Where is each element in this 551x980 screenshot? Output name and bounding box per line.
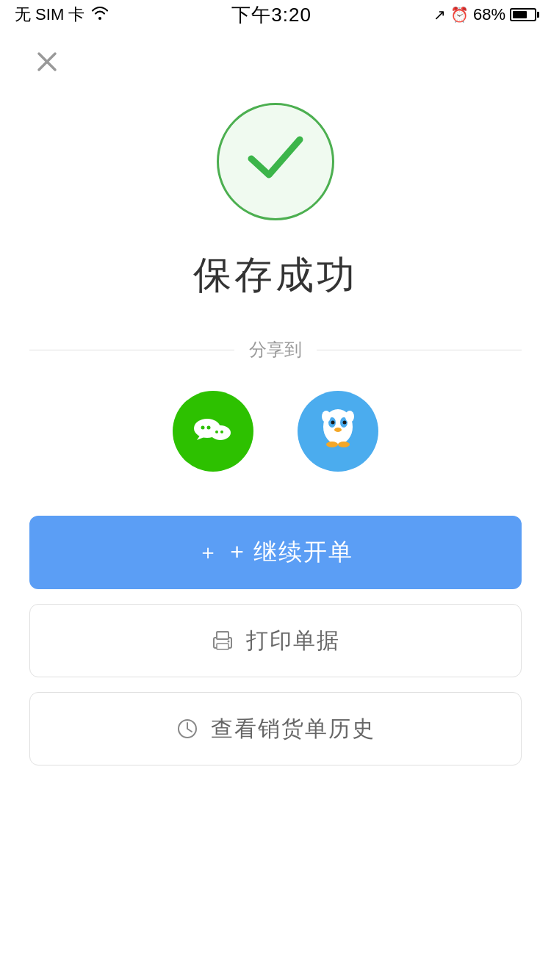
svg-point-12 [343, 421, 347, 425]
status-bar: 无 SIM 卡 下午3:20 ↗ ⏰ 68% [0, 0, 551, 29]
share-icons-container [173, 391, 378, 472]
svg-point-4 [201, 426, 205, 430]
continue-label: + 继续开单 [230, 536, 353, 569]
battery-fill [513, 11, 527, 18]
svg-point-5 [207, 426, 211, 430]
no-sim-text: 无 SIM 卡 [15, 4, 84, 26]
wechat-share-button[interactable] [173, 391, 253, 472]
svg-point-11 [331, 421, 335, 425]
svg-point-16 [326, 442, 338, 447]
qq-icon [316, 406, 360, 456]
svg-point-3 [210, 425, 231, 440]
status-right: ↗ ⏰ 68% [433, 5, 536, 24]
share-label: 分享到 [249, 338, 302, 361]
action-buttons: ＋ + 继续开单 打印单据 查看销货单历 [29, 516, 522, 765]
svg-point-15 [345, 411, 354, 422]
plus-icon: ＋ [198, 538, 218, 566]
svg-point-17 [338, 442, 350, 447]
svg-point-14 [322, 411, 331, 422]
svg-point-13 [334, 428, 342, 432]
svg-point-7 [220, 430, 223, 433]
printer-icon [211, 629, 234, 652]
history-button[interactable]: 查看销货单历史 [29, 692, 522, 765]
svg-point-21 [228, 641, 230, 643]
close-button[interactable] [29, 44, 65, 79]
status-left: 无 SIM 卡 [15, 4, 109, 26]
print-label: 打印单据 [246, 626, 340, 656]
svg-rect-20 [217, 644, 228, 649]
close-icon [35, 50, 59, 73]
continue-button[interactable]: ＋ + 继续开单 [29, 516, 522, 589]
share-divider: 分享到 [29, 338, 522, 361]
wechat-icon [190, 408, 237, 455]
success-title: 保存成功 [193, 250, 358, 301]
success-circle [217, 103, 334, 220]
location-icon: ↗ [433, 6, 446, 24]
battery-icon [510, 8, 536, 21]
print-button[interactable]: 打印单据 [29, 604, 522, 677]
divider-line-left [29, 350, 234, 350]
main-content: 保存成功 分享到 [0, 29, 551, 980]
alarm-icon: ⏰ [450, 6, 469, 24]
wifi-icon [90, 5, 109, 24]
qq-share-button[interactable] [298, 391, 378, 472]
history-icon [176, 717, 199, 741]
svg-point-6 [215, 430, 218, 433]
checkmark-icon [242, 128, 309, 196]
status-time: 下午3:20 [231, 2, 311, 28]
divider-line-right [317, 350, 522, 350]
history-label: 查看销货单历史 [211, 714, 375, 744]
svg-rect-19 [217, 632, 228, 639]
battery-percent: 68% [473, 5, 505, 24]
